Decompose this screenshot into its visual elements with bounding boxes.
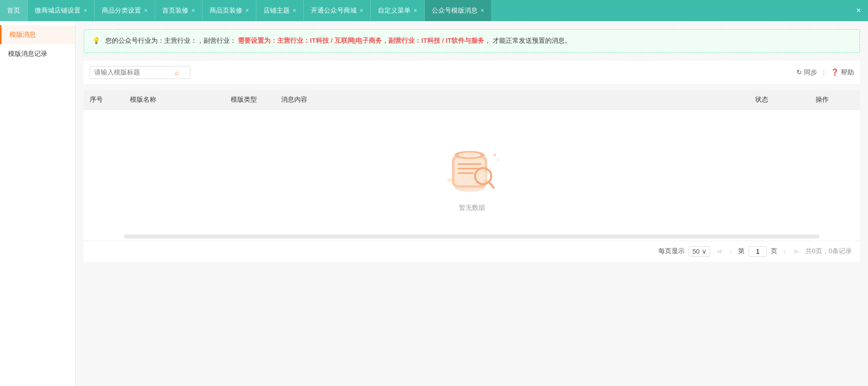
help-label: 帮助 [841, 68, 854, 77]
col-seq: 序号 [84, 90, 124, 110]
nav-tab-theme-label: 店铺主题 [263, 6, 290, 15]
nav-tab-open-store[interactable]: 开通公众号商城 × [304, 0, 371, 21]
page-size-select[interactable]: 50 ∨ [689, 246, 710, 257]
col-content: 消息内容 [275, 90, 749, 110]
sync-label: 同步 [804, 68, 817, 77]
nav-tab-category[interactable]: 商品分类设置 × [95, 0, 155, 21]
last-page-button[interactable]: ⊳ [792, 247, 802, 256]
page-size-label: 每页显示 [658, 247, 685, 256]
nav-tab-store-settings-label: 微商城店铺设置 [35, 6, 81, 15]
nav-tab-home-label: 首页 [7, 6, 20, 15]
nav-tab-template-msg[interactable]: 公众号模版消息 × [425, 0, 492, 21]
template-table: 序号 模版名称 模版类型 消息内容 状态 操作 [84, 90, 860, 110]
close-icon[interactable]: × [360, 7, 363, 14]
close-icon[interactable]: × [245, 7, 249, 14]
search-input[interactable] [94, 68, 175, 76]
alert-icon: 💡 [92, 37, 100, 44]
empty-state: 暂无数据 [84, 110, 860, 233]
page-label-suf: 页 [771, 247, 777, 256]
close-icon[interactable]: × [293, 7, 296, 14]
col-status: 状态 [749, 90, 810, 110]
sync-icon: ↻ [796, 68, 802, 76]
sidebar-item-template-msg-record[interactable]: 模版消息记录 [0, 44, 75, 63]
col-type: 模版类型 [225, 90, 275, 110]
nav-tab-template-msg-label: 公众号模版消息 [432, 6, 478, 15]
close-icon[interactable]: × [414, 7, 417, 14]
pagination-bar: 每页显示 50 ∨ ⊲ ‹ 第 页 › ⊳ 共0页，0条记录 [84, 241, 860, 262]
nav-tab-menu-label: 自定义菜单 [378, 6, 411, 15]
alert-prefix: 您的公众号行业为：主营行业：，副营行业： [105, 37, 236, 44]
nav-tab-store-settings[interactable]: 微商城店铺设置 × [28, 0, 95, 21]
svg-point-11 [493, 153, 496, 157]
nav-tab-home-decor[interactable]: 首页装修 × [155, 0, 203, 21]
sync-button[interactable]: ↻ 同步 [796, 68, 817, 77]
scrollbar-row [84, 233, 860, 241]
nav-tab-category-label: 商品分类设置 [102, 6, 141, 15]
table-header-row: 序号 模版名称 模版类型 消息内容 状态 操作 [84, 90, 860, 110]
svg-line-10 [489, 182, 494, 188]
first-page-button[interactable]: ⊲ [714, 247, 724, 256]
nav-tab-menu[interactable]: 自定义菜单 × [371, 0, 425, 21]
svg-point-7 [458, 152, 481, 158]
page-layout: 模版消息 模版消息记录 💡 您的公众号行业为：主营行业：，副营行业： 需要设置为… [0, 21, 868, 386]
close-icon[interactable]: × [191, 7, 195, 14]
toolbar-divider: | [823, 68, 825, 76]
close-icon[interactable]: × [84, 7, 87, 14]
col-name: 模版名称 [124, 90, 225, 110]
page-number-input[interactable] [749, 246, 767, 257]
chevron-down-icon: ∨ [702, 248, 707, 255]
nav-tab-product-decor-label: 商品页装修 [210, 6, 242, 15]
search-icon[interactable]: ⌕ [175, 68, 179, 76]
page-size-value: 50 [692, 248, 699, 255]
close-icon[interactable]: × [144, 7, 148, 14]
prev-page-button[interactable]: ‹ [728, 247, 734, 256]
empty-illustration [442, 140, 502, 195]
svg-rect-2 [454, 158, 485, 185]
next-page-button[interactable]: › [781, 247, 787, 256]
nav-tab-home[interactable]: 首页 [0, 0, 28, 21]
nav-tab-open-store-label: 开通公众号商城 [311, 6, 357, 15]
svg-point-13 [447, 178, 451, 182]
page-summary: 共0页，0条记录 [806, 247, 852, 256]
alert-banner: 💡 您的公众号行业为：主营行业：，副营行业： 需要设置为：主营行业：IT科技 /… [84, 29, 860, 53]
svg-point-9 [478, 171, 488, 181]
sidebar: 模版消息 模版消息记录 [0, 21, 76, 386]
horizontal-scrollbar[interactable] [124, 235, 820, 239]
close-icon[interactable]: × [481, 7, 484, 14]
nav-tab-home-decor-label: 首页装修 [162, 6, 188, 15]
col-action: 操作 [810, 90, 860, 110]
main-content: 💡 您的公众号行业为：主营行业：，副营行业： 需要设置为：主营行业：IT科技 /… [76, 21, 868, 386]
alert-highlight: 需要设置为：主营行业：IT科技 / 互联网|电子商务，副营行业：IT科技 / I… [238, 37, 491, 44]
search-toolbar: ⌕ ↻ 同步 | ❓ 帮助 [84, 61, 860, 84]
toolbar-right: ↻ 同步 | ❓ 帮助 [796, 68, 854, 77]
search-input-wrap[interactable]: ⌕ [90, 66, 190, 79]
page-label-pre: 第 [738, 247, 745, 256]
help-button[interactable]: ❓ 帮助 [831, 68, 854, 77]
close-all-tabs-button[interactable]: × [849, 6, 868, 15]
empty-text: 暂无数据 [459, 203, 485, 212]
top-navigation: 首页 微商城店铺设置 × 商品分类设置 × 首页装修 × 商品页装修 × 店铺主… [0, 0, 868, 21]
svg-point-12 [497, 159, 499, 161]
alert-suffix: 才能正常发送预置的消息。 [493, 37, 571, 44]
nav-tab-theme[interactable]: 店铺主题 × [256, 0, 304, 21]
help-icon: ❓ [831, 68, 839, 76]
nav-tab-product-decor[interactable]: 商品页装修 × [203, 0, 256, 21]
sidebar-item-template-msg[interactable]: 模版消息 [0, 25, 75, 44]
